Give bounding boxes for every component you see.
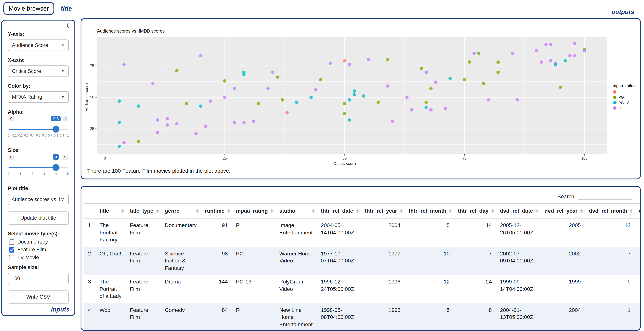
scatter-point <box>118 145 121 148</box>
column-header-dvd_rel_[interactable]: dvd_rel_ <box>635 203 641 218</box>
scatter-point <box>376 101 380 104</box>
column-header-mpaa_rating[interactable]: mpaa_rating <box>232 203 275 218</box>
scatter-point <box>156 131 159 134</box>
sort-desc-arrow <box>400 211 402 213</box>
sort-icon <box>312 209 314 213</box>
cell-studio: Image Entertainment <box>275 218 317 246</box>
cell-dvd_rel_ <box>635 247 641 275</box>
table-row[interactable]: 1The Football FactoryFeature FilmDocumen… <box>84 218 640 246</box>
scatter-point <box>199 104 202 108</box>
sort-asc-arrow <box>271 209 273 210</box>
table-header-row: titletitle_typegenreruntimempaa_ratingst… <box>84 203 640 218</box>
table-row[interactable]: 4WooFeature FilmComedy84RNew Line Home E… <box>84 303 640 331</box>
scatter-point <box>477 52 480 55</box>
column-header-label: title <box>100 208 109 214</box>
sort-desc-arrow <box>580 211 583 213</box>
checkbox-tv-movie[interactable] <box>9 255 14 260</box>
cell-thtr_rel_year: 1977 <box>360 247 404 275</box>
scatter-point <box>391 120 394 123</box>
scatter-point <box>242 121 246 124</box>
sort-asc-arrow <box>400 209 402 210</box>
cell-dvd_rel_date: 2004-01-13T05:00:00Z <box>496 303 540 331</box>
sort-asc-arrow <box>580 209 583 210</box>
sort-icon <box>492 209 494 213</box>
table-row[interactable]: 2Oh, God!Feature FilmScience Fiction & F… <box>84 247 640 275</box>
column-header-thtr_rel_month[interactable]: thtr_rel_month <box>404 203 454 218</box>
scatter-point <box>496 60 500 64</box>
sort-desc-arrow <box>492 211 494 213</box>
scatter-point <box>348 98 351 101</box>
size-slider-tick-label: 3 <box>43 172 45 176</box>
sort-desc-arrow <box>227 211 230 213</box>
cell-title: The Portrait of a Lady <box>96 275 126 303</box>
checkbox-feature-film[interactable] <box>9 247 14 252</box>
x-axis-group: X-axis: Critics Score ▼ <box>8 57 69 77</box>
scatter-point <box>118 100 121 103</box>
scatter-point <box>122 141 126 144</box>
cell-thtr_rel_day: 8 <box>454 303 496 331</box>
scatter-point <box>185 102 188 105</box>
cell-thtr_rel_date: 1996-12-24T05:00:00Z <box>317 275 360 303</box>
x-axis-select[interactable]: Critics Score ▼ <box>8 65 69 77</box>
checkbox-documentary[interactable] <box>9 239 14 244</box>
size-slider-tick-label: 4 <box>55 172 57 176</box>
alpha-slider[interactable]: 010.800.10.20.30.40.50.60.70.80.91 <box>9 126 68 141</box>
column-header-dvd_rel_month[interactable]: dvd_rel_month <box>585 203 635 218</box>
column-header-label: dvd_rel_year <box>544 208 577 214</box>
cell-thtr_rel_month: 10 <box>404 247 454 275</box>
search-input[interactable] <box>578 192 632 200</box>
sort-icon <box>156 209 159 213</box>
scatter-point <box>583 49 586 52</box>
chevron-down-icon: ▼ <box>61 95 64 99</box>
column-header-dvd_rel_date[interactable]: dvd_rel_date <box>496 203 540 218</box>
column-header-title[interactable]: title <box>96 203 126 218</box>
plot-panel <box>97 37 608 154</box>
size-slider-handle[interactable] <box>53 164 59 171</box>
column-header-label: thtr_rel_month <box>409 208 446 214</box>
cell-thtr_rel_day: 24 <box>454 275 496 303</box>
scatter-point <box>286 111 289 114</box>
alpha-slider-tick-label: 0.1 <box>12 134 17 138</box>
color-by-select[interactable]: MPAA Rating ▼ <box>8 91 69 103</box>
x-axis-label: X-axis: <box>8 57 69 63</box>
column-header-label: mpaa_rating <box>236 208 268 214</box>
size-slider[interactable]: 054012345 <box>9 164 68 180</box>
alpha-slider-handle[interactable] <box>53 126 59 132</box>
plot-title: Audience scores vs. IMDB scores <box>97 28 165 34</box>
plot-title-input[interactable] <box>8 194 69 205</box>
cell-dvd_rel_ <box>635 303 641 331</box>
sort-asc-arrow <box>156 209 159 210</box>
scatter-point <box>257 102 260 105</box>
column-header-label: dvd_rel_month <box>589 208 627 214</box>
column-header-thtr_rel_day[interactable]: thtr_rel_day <box>454 203 496 218</box>
scatter-point <box>554 63 557 66</box>
cell-thtr_rel_month: 5 <box>404 218 454 246</box>
column-header-thtr_rel_year[interactable]: thtr_rel_year <box>360 203 404 218</box>
table-row[interactable]: 3The Portrait of a LadyFeature FilmDrama… <box>84 275 640 303</box>
sort-asc-arrow <box>312 209 314 210</box>
write-csv-button[interactable]: Write CSV <box>8 290 69 304</box>
column-header-genre[interactable]: genre <box>161 203 201 218</box>
cell-title_type: Feature Film <box>126 218 161 246</box>
y-axis-select[interactable]: Audience Score ▼ <box>8 40 69 51</box>
scatter-point <box>549 59 552 62</box>
outputs-annotation: outputs <box>612 8 634 15</box>
y-axis-title: Audience score <box>84 83 89 112</box>
movie-type-option-documentary[interactable]: Documentary <box>9 239 69 245</box>
scatter-point <box>204 124 207 128</box>
column-header-studio[interactable]: studio <box>275 203 317 218</box>
plot-output-card: 0255075100255075Audience scores vs. IMDB… <box>81 18 641 180</box>
sidebar-collapse-icon[interactable]: ❮ <box>66 23 70 28</box>
column-header-thtr_rel_date[interactable]: thtr_rel_date <box>317 203 360 218</box>
update-plot-title-button[interactable]: Update plot title <box>8 212 69 225</box>
column-header-dvd_rel_year[interactable]: dvd_rel_year <box>540 203 585 218</box>
sort-asc-arrow <box>356 209 358 210</box>
sort-asc-arrow <box>536 209 538 210</box>
column-header-runtime[interactable]: runtime <box>201 203 232 218</box>
movie-type-option-feature-film[interactable]: Feature Film <box>9 247 69 252</box>
movie-type-option-tv-movie[interactable]: TV Movie <box>9 255 69 260</box>
column-header-title_type[interactable]: title_type <box>126 203 161 218</box>
alpha-slider-fill <box>9 129 56 130</box>
sample-size-input[interactable] <box>8 273 69 284</box>
scatter-point <box>319 78 322 81</box>
